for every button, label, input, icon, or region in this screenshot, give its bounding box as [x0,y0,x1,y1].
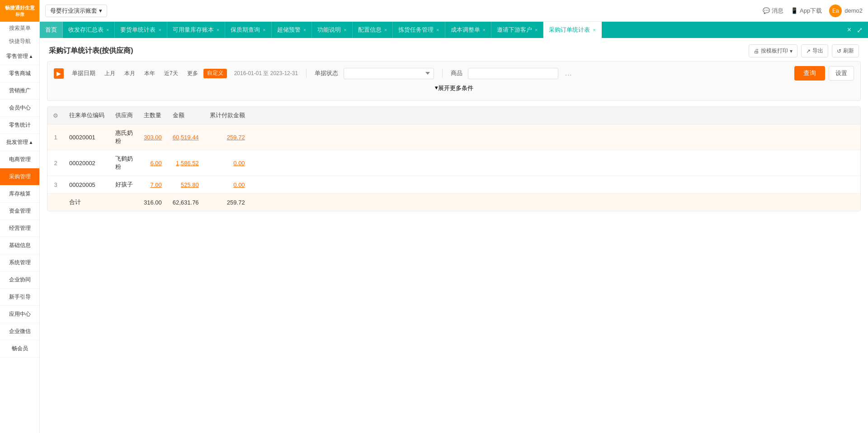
refresh-button[interactable]: ↺ 刷新 [832,44,859,57]
top-bar-right: 💬 消息 📱 App下载 Ea demo2 [763,5,863,17]
tab-order-stats-close[interactable]: × [158,27,161,33]
tab-config-info-close[interactable]: × [384,27,387,33]
sidebar-item-purchase-mgmt[interactable]: 采购管理 [0,168,39,186]
logo-text: 畅捷通好生意 标微 [5,5,35,17]
date-btn-last-month[interactable]: 上月 [101,69,119,78]
date-btn-more[interactable]: 更多 [184,69,202,78]
filter-toggle-btn[interactable]: ▶ [54,68,64,79]
row-2-supplier: 飞鹤奶粉 [110,150,138,176]
sidebar-item-fund-mgmt[interactable]: 资金管理 [0,203,39,220]
setting-button[interactable]: 设置 [829,66,854,81]
template-print-button[interactable]: 🖨 按模板打印 ▾ [749,44,797,57]
expand-more-btn[interactable]: ▾ 展开更多条件 [54,81,854,96]
tab-invite-downstream-close[interactable]: × [535,27,538,33]
table-settings-icon[interactable]: ⚙ [53,112,58,119]
sidebar-item-operation-mgmt[interactable]: 经营管理 [0,220,39,237]
avatar-icon: Ea [829,5,842,17]
col-paid-header: 累计付款金额 [204,107,250,124]
tab-config-info[interactable]: 配置信息 × [353,22,393,38]
date-btn-this-month[interactable]: 本月 [121,69,139,78]
export-button[interactable]: ↗ 导出 [801,44,828,57]
app-logo: 畅捷通好生意 标微 [0,0,39,22]
tab-pick-task-close[interactable]: × [436,27,439,33]
tab-config-info-label: 配置信息 [358,26,382,34]
tab-order-stats[interactable]: 要货单统计表 × [115,22,167,38]
sidebar-item-ecommerce-mgmt[interactable]: 电商管理 [0,151,39,168]
tab-inventory-ledger-close[interactable]: × [217,27,219,33]
tab-purchase-stats-label: 采购订单统计表 [549,26,590,34]
sidebar-item-retail-stats[interactable]: 零售统计 [0,117,39,134]
tab-order-stats-label: 要货单统计表 [120,26,156,34]
sidebar-item-inventory-check[interactable]: 库存核算 [0,186,39,203]
date-filter-label: 单据日期 [72,69,95,77]
tab-invite-downstream[interactable]: 邀请下游客户 × [491,22,543,38]
goods-filter-label: 商品 [451,69,462,77]
footer-amount: 62,631.76 [167,194,204,211]
goods-input[interactable] [468,68,558,79]
date-custom-tag[interactable]: 自定义 [203,69,227,78]
company-selector[interactable]: 母婴行业演示账套 ▾ [45,5,107,17]
export-icon: ↗ [806,48,811,54]
tab-function-desc[interactable]: 功能说明 × [312,22,352,38]
sidebar-item-app-center[interactable]: 应用中心 [0,306,39,323]
col-amount-header: 金额 [167,107,204,124]
sidebar-item-vip-member[interactable]: 畅会员 [0,340,39,357]
date-btn-7days[interactable]: 近7天 [160,69,182,78]
top-bar: 母婴行业演示账套 ▾ 💬 消息 📱 App下载 Ea demo2 [40,0,868,22]
col-supplier-header: 供应商 [110,107,138,124]
row-1-num: 1 [47,124,64,150]
table-row: 1 00020001 惠氏奶粉 303.00 60,519.44 259.72 [47,124,860,150]
table-header-row: ⚙ 往来单位编码 供应商 主数量 金额 累计付款金额 [47,107,860,124]
tab-expiry-query-close[interactable]: × [263,27,265,33]
tab-function-desc-close[interactable]: × [344,27,346,33]
goods-more-icon[interactable]: … [565,69,572,77]
sidebar-item-member-center[interactable]: 会员中心 [0,100,39,117]
row-2-code: 00020002 [64,150,110,176]
tab-collect-pay[interactable]: 收发存汇总表 × [63,22,115,38]
tab-purchase-stats-close[interactable]: × [593,27,595,33]
sidebar-item-marketing[interactable]: 营销推广 [0,82,39,100]
tab-home[interactable]: 首页 [40,22,63,38]
tab-expiry-query[interactable]: 保质期查询 × [225,22,271,38]
sidebar-item-wholesale-mgmt[interactable]: 批发管理 ▲ [0,134,39,151]
row-2-qty: 6.00 [138,150,167,176]
sidebar-item-retail-mgmt[interactable]: 零售管理 ▲ [0,48,39,65]
tab-invite-downstream-label: 邀请下游客户 [497,26,532,34]
sidebar-item-quick-nav[interactable]: 快捷导航 [0,35,39,48]
sidebar-item-retail-mall[interactable]: 零售商城 [0,65,39,82]
footer-paid: 259.72 [204,194,250,211]
tab-cost-adjust[interactable]: 成本调整单 × [445,22,491,38]
sidebar-item-new-guide[interactable]: 新手引导 [0,289,39,306]
col-qty-header: 主数量 [138,107,167,124]
user-avatar[interactable]: Ea demo2 [829,5,863,17]
tab-pick-task[interactable]: 拣货任务管理 × [393,22,445,38]
page-title: 采购订单统计表(按供应商) [49,46,133,56]
tab-collect-pay-close[interactable]: × [106,27,109,33]
status-select[interactable] [344,68,434,79]
tab-overstock-warning[interactable]: 超储预警 × [272,22,312,38]
tab-home-label: 首页 [45,26,57,34]
tab-inventory-ledger[interactable]: 可用量库存账本 × [167,22,225,38]
col-check: ⚙ [47,107,64,124]
sidebar-item-system-mgmt[interactable]: 系统管理 [0,254,39,271]
tab-close-all-btn[interactable]: × [845,25,853,35]
sidebar-item-enterprise-wechat[interactable]: 企业微信 [0,323,39,340]
row-1-qty: 303.00 [138,124,167,150]
app-download-link[interactable]: 📱 App下载 [791,7,822,15]
sidebar-item-search[interactable]: 搜索菜单 [0,22,39,35]
tab-actions: × ⤢ [842,25,868,35]
expand-more-icon: ▾ [435,84,438,92]
tab-cost-adjust-close[interactable]: × [483,27,486,33]
date-btn-this-year[interactable]: 本年 [141,69,159,78]
query-button[interactable]: 查询 [794,66,825,81]
message-link[interactable]: 💬 消息 [763,7,783,15]
row-2-paid: 0.00 [204,150,250,176]
refresh-icon: ↺ [837,48,841,54]
tab-overstock-warning-close[interactable]: × [303,27,306,33]
tab-fullscreen-btn[interactable]: ⤢ [855,25,864,35]
sidebar-item-enterprise-coop[interactable]: 企业协同 [0,271,39,289]
row-1-paid: 259.72 [204,124,250,150]
sidebar-item-basic-info[interactable]: 基础信息 [0,237,39,254]
tab-purchase-stats[interactable]: 采购订单统计表 × [543,22,601,38]
status-filter-label: 单据状态 [315,69,338,77]
